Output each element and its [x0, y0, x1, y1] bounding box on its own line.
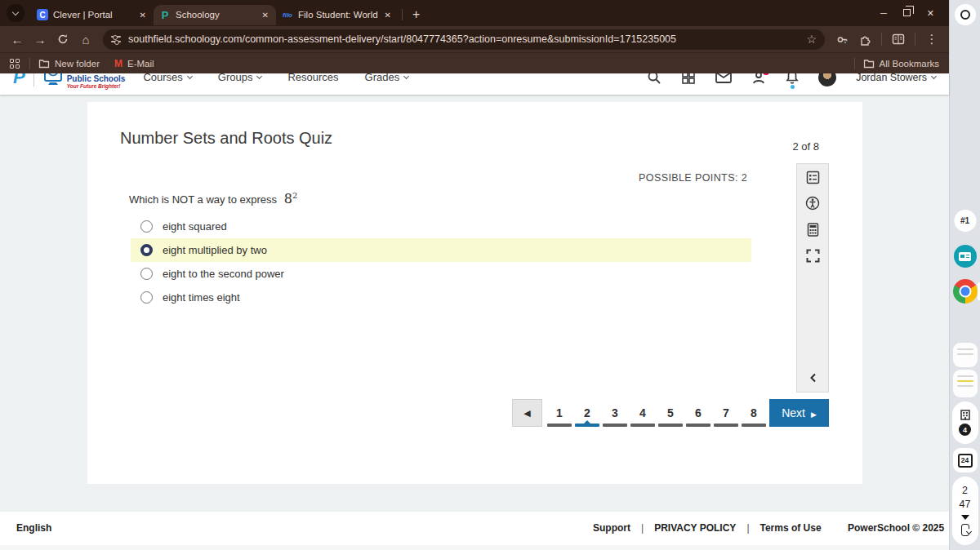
page-number: 4: [639, 406, 646, 419]
collapse-toolbar-button[interactable]: [797, 367, 828, 388]
minimize-window-icon[interactable]: ─: [880, 9, 887, 18]
calculator-icon[interactable]: [797, 216, 828, 242]
page-7[interactable]: 7: [712, 399, 740, 427]
user-menu[interactable]: Jordan Stowers: [856, 73, 936, 83]
next-button[interactable]: Next: [769, 399, 829, 427]
question-stem: Which is NOT a way to express: [129, 193, 277, 206]
url-field[interactable]: southfield.schoology.com/common-assessme…: [103, 29, 825, 50]
radio-icon[interactable]: [140, 220, 153, 233]
fullscreen-icon[interactable]: [797, 242, 828, 268]
status-tray[interactable]: 2 47: [952, 477, 978, 545]
page-6[interactable]: 6: [684, 399, 712, 427]
window-controls: ─ ✕: [880, 9, 941, 18]
option-row[interactable]: eight times eight: [131, 286, 751, 309]
bookmark-email[interactable]: M E-Mail: [114, 58, 154, 69]
search-icon[interactable]: [647, 73, 662, 85]
notifications-bell-icon[interactable]: [786, 73, 799, 84]
page-4[interactable]: 4: [629, 399, 657, 427]
close-tab-icon[interactable]: ✕: [261, 10, 270, 20]
tab-clever[interactable]: C Clever | Portal ✕: [31, 5, 154, 25]
tab-schoology[interactable]: P Schoology ✕: [154, 5, 276, 25]
page-number: 2: [584, 406, 590, 419]
page-number: 8: [751, 406, 757, 419]
notifications-group[interactable]: 4: [952, 401, 978, 444]
schoology-nav: P Southfield Public Schools Your Future …: [0, 73, 949, 95]
apps-grid-icon[interactable]: [10, 59, 20, 69]
password-manager-icon[interactable]: [831, 29, 853, 50]
toolbar-separator: [915, 33, 915, 46]
page-3[interactable]: 3: [601, 399, 629, 427]
apps-grid-icon[interactable]: [681, 73, 696, 85]
question-progress: 2 of 8: [792, 140, 819, 153]
rank-badge[interactable]: #1: [954, 210, 976, 232]
nav-grades[interactable]: Grades: [365, 73, 409, 83]
bookmarks-bar: New folder M E-Mail All Bookmarks: [0, 52, 949, 73]
language-selector[interactable]: English: [16, 522, 51, 534]
clever-app-icon[interactable]: [954, 245, 977, 268]
calendar-day: 24: [958, 454, 973, 468]
back-icon[interactable]: ←: [7, 29, 28, 50]
bookmarks-separator: [854, 58, 855, 69]
previous-page-button[interactable]: ◀: [512, 399, 542, 427]
tab-filo[interactable]: filo Filo Student: World's Only Live ✕: [276, 5, 399, 25]
avatar[interactable]: [818, 73, 836, 86]
building-icon: [960, 410, 971, 420]
footer-separator: [641, 522, 644, 534]
nav-resources[interactable]: Resources: [287, 73, 338, 83]
footer-links: Support PRIVACY POLICY Terms of Use: [593, 522, 822, 534]
page-bar: [714, 424, 738, 427]
webpage: P Southfield Public Schools Your Future …: [0, 73, 949, 550]
radio-selected-icon[interactable]: [140, 244, 153, 256]
radio-icon[interactable]: [140, 268, 153, 280]
site-settings-icon[interactable]: [111, 35, 121, 43]
monitor-icon: [42, 73, 64, 87]
option-label: eight to the second power: [163, 268, 284, 280]
close-window-icon[interactable]: ✕: [927, 9, 934, 18]
chrome-app-icon[interactable]: [953, 279, 978, 304]
question-list-icon[interactable]: [797, 164, 828, 190]
page-1[interactable]: 1: [546, 399, 573, 427]
connections-icon[interactable]: [751, 73, 766, 84]
reload-icon[interactable]: [52, 29, 74, 50]
new-tab-button[interactable]: +: [412, 8, 420, 21]
terms-of-use-link[interactable]: Terms of Use: [760, 522, 822, 534]
bookmark-star-icon[interactable]: ☆: [806, 33, 817, 46]
tab-search-button[interactable]: [7, 4, 24, 22]
nav-courses[interactable]: Courses: [143, 73, 191, 83]
browser-window: C Clever | Portal ✕ P Schoology ✕ filo F…: [0, 0, 949, 550]
accessibility-icon[interactable]: [797, 190, 828, 216]
question-text: Which is NOT a way to express 82: [129, 191, 297, 206]
launcher-button[interactable]: [955, 4, 976, 25]
option-row-selected[interactable]: eight multiplied by two: [131, 238, 751, 262]
browser-tab-bar: C Clever | Portal ✕ P Schoology ✕ filo F…: [0, 0, 949, 26]
chevron-down-icon: [12, 8, 19, 15]
support-link[interactable]: Support: [593, 522, 630, 534]
pinned-app-icon[interactable]: [953, 370, 978, 397]
restore-window-icon[interactable]: [903, 9, 911, 18]
messages-icon[interactable]: [715, 73, 732, 83]
district-logo[interactable]: Southfield Public Schools Your Future Br…: [42, 73, 126, 89]
browser-menu-icon[interactable]: ⋮: [921, 29, 942, 50]
district-tagline: Your Future Brighter!: [67, 84, 126, 90]
powerschool-logo-icon[interactable]: P: [13, 73, 25, 88]
nav-groups[interactable]: Groups: [218, 73, 262, 83]
forward-icon[interactable]: →: [29, 29, 51, 50]
privacy-policy-link[interactable]: PRIVACY POLICY: [654, 522, 736, 534]
schoology-favicon-icon: P: [159, 9, 171, 20]
calendar-icon[interactable]: 24: [953, 448, 978, 472]
page-2-current[interactable]: 2: [573, 399, 601, 427]
close-tab-icon[interactable]: ✕: [383, 10, 393, 20]
option-row[interactable]: eight squared: [131, 215, 751, 238]
site-links: Courses Groups Resources Grades: [143, 73, 408, 83]
close-tab-icon[interactable]: ✕: [138, 10, 148, 20]
all-bookmarks-button[interactable]: All Bookmarks: [863, 59, 940, 69]
page-5[interactable]: 5: [657, 399, 684, 427]
reading-list-icon[interactable]: [888, 29, 909, 50]
extensions-icon[interactable]: [854, 29, 875, 50]
page-8[interactable]: 8: [740, 399, 768, 427]
pinned-app-icon[interactable]: [953, 343, 978, 367]
home-icon[interactable]: ⌂: [75, 29, 96, 50]
radio-icon[interactable]: [140, 291, 153, 304]
option-row[interactable]: eight to the second power: [131, 262, 751, 286]
bookmark-new-folder[interactable]: New folder: [38, 59, 100, 69]
